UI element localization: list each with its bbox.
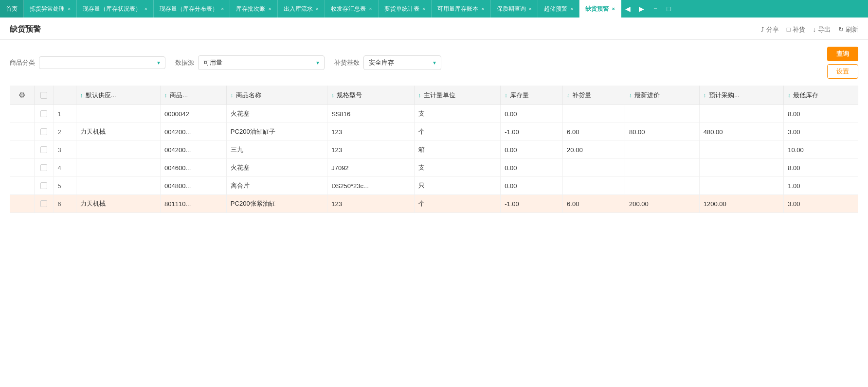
- row-supplier-cell: [76, 105, 160, 123]
- category-select[interactable]: ▾: [39, 56, 165, 69]
- col-replenish[interactable]: ↕ 补货量: [563, 86, 625, 105]
- row-minstock-cell: 1.00: [784, 177, 858, 195]
- row-minstock-cell: 8.00: [784, 159, 858, 177]
- replenish-base-select[interactable]: 安全库存 ▾: [363, 55, 441, 70]
- col-min-stock[interactable]: ↕ 最低库存: [784, 86, 858, 105]
- row-spec-cell: 123: [327, 195, 414, 213]
- sort-purchase-icon: ↕: [704, 92, 706, 98]
- tab-summary[interactable]: 收发存汇总表 ×: [325, 0, 378, 18]
- tab-shortage[interactable]: 缺货预警 ×: [579, 0, 621, 18]
- replenish-base-chevron-icon: ▾: [433, 59, 436, 66]
- tab-maximize-btn[interactable]: □: [662, 0, 676, 18]
- row-purchase-cell: 1200.00: [699, 195, 783, 213]
- tab-prev-btn[interactable]: ◀: [621, 0, 635, 18]
- tab-close-pick-exception[interactable]: ×: [68, 6, 71, 12]
- sort-stock-icon: ↕: [505, 92, 507, 98]
- share-action[interactable]: ⤴ 分享: [761, 25, 779, 34]
- row-code-cell: 004600...: [161, 159, 227, 177]
- header-checkbox[interactable]: [40, 92, 47, 99]
- table-row[interactable]: 3 004200... 三九 123 箱 0.00 20.00 10.00: [10, 141, 858, 159]
- table-header-row: ⚙ ↕ 默认供应... ↕ 商品...: [10, 86, 858, 105]
- row-name-cell: PC200油缸缸子: [226, 123, 327, 141]
- tab-home[interactable]: 首页: [0, 0, 24, 18]
- row-minstock-cell: 3.00: [784, 123, 858, 141]
- filter-area: 商品分类 ▾ 数据源 可用量 ▾ 补货基数 安全库存 ▾ 查询 设置: [0, 40, 868, 86]
- row-price-cell: [625, 177, 700, 195]
- replenish-base-filter-group: 补货基数 安全库存 ▾: [334, 55, 441, 70]
- sort-supplier-icon: ↕: [80, 92, 83, 98]
- tab-stock-dist[interactable]: 现存量（库存分布表） ×: [154, 0, 230, 18]
- replenish-action[interactable]: □ 补货: [787, 25, 805, 34]
- tab-batch[interactable]: 库存批次账 ×: [230, 0, 277, 18]
- row-settings-cell: [10, 141, 34, 159]
- table-row[interactable]: 5 004800... 离合片 DS250*23c... 只 0.00 1.00: [10, 177, 858, 195]
- replenish-base-select-text: 安全库存: [369, 58, 394, 67]
- row-checkbox-0[interactable]: [40, 110, 47, 117]
- tab-close-stock-status[interactable]: ×: [144, 6, 147, 12]
- col-product-code[interactable]: ↕ 商品...: [161, 86, 227, 105]
- col-unit[interactable]: ↕ 主计量单位: [414, 86, 501, 105]
- tab-goods-stat[interactable]: 要货单统计表 ×: [379, 0, 432, 18]
- tab-close-stock-dist[interactable]: ×: [221, 6, 224, 12]
- page-header: 缺货预警 ⤴ 分享 □ 补货 ↓ 导出 ↻ 刷新: [0, 18, 868, 40]
- refresh-icon: ↻: [838, 26, 844, 33]
- page-container: 缺货预警 ⤴ 分享 □ 补货 ↓ 导出 ↻ 刷新 商品分类: [0, 18, 868, 387]
- tab-inout-flow[interactable]: 出入库流水 ×: [278, 0, 325, 18]
- col-settings[interactable]: ⚙: [10, 86, 34, 105]
- row-num-cell: 4: [54, 159, 76, 177]
- tab-available-ledger[interactable]: 可用量库存账本 ×: [432, 0, 490, 18]
- col-spec[interactable]: ↕ 规格型号: [327, 86, 414, 105]
- row-code-cell: 801110...: [161, 195, 227, 213]
- col-stock[interactable]: ↕ 库存量: [501, 86, 563, 105]
- category-chevron-icon: ▾: [157, 59, 160, 66]
- tab-minimize-btn[interactable]: －: [649, 0, 662, 18]
- row-checkbox-cell: [34, 105, 54, 123]
- datasource-select[interactable]: 可用量 ▾: [198, 55, 325, 70]
- row-checkbox-5[interactable]: [40, 200, 47, 207]
- settings-button[interactable]: 设置: [827, 64, 858, 79]
- col-estimated-purchase[interactable]: ↕ 预计采购...: [699, 86, 783, 105]
- tab-close-shortage[interactable]: ×: [612, 6, 615, 12]
- row-checkbox-3[interactable]: [40, 164, 47, 171]
- tab-close-available-ledger[interactable]: ×: [481, 6, 484, 12]
- tab-close-goods-stat[interactable]: ×: [422, 6, 425, 12]
- table-row[interactable]: 6 力天机械 801110... PC200张紧油缸 123 个 -1.00 6…: [10, 195, 858, 213]
- tab-close-inout-flow[interactable]: ×: [316, 6, 319, 12]
- data-table: ⚙ ↕ 默认供应... ↕ 商品...: [10, 86, 858, 213]
- sort-spec-icon: ↕: [331, 92, 334, 98]
- table-row[interactable]: 1 0000042 火花塞 SS816 支 0.00 8.00: [10, 105, 858, 123]
- row-num-cell: 2: [54, 123, 76, 141]
- row-checkbox-cell: [34, 123, 54, 141]
- row-stock-cell: 0.00: [501, 105, 563, 123]
- col-default-supplier[interactable]: ↕ 默认供应...: [76, 86, 160, 105]
- tab-next-btn[interactable]: ▶: [635, 0, 649, 18]
- settings-gear-icon[interactable]: ⚙: [18, 91, 25, 99]
- tab-shelf-life[interactable]: 保质期查询 ×: [491, 0, 538, 18]
- col-latest-price[interactable]: ↕ 最新进价: [625, 86, 700, 105]
- row-stock-cell: 0.00: [501, 177, 563, 195]
- refresh-action[interactable]: ↻ 刷新: [838, 25, 858, 34]
- tab-close-shelf-life[interactable]: ×: [529, 6, 532, 12]
- row-supplier-cell: [76, 177, 160, 195]
- table-row[interactable]: 4 004600... 火花塞 J7092 支 0.00 8.00: [10, 159, 858, 177]
- row-name-cell: 离合片: [226, 177, 327, 195]
- table-row[interactable]: 2 力天机械 004200... PC200油缸缸子 123 个 -1.00 6…: [10, 123, 858, 141]
- row-unit-cell: 只: [414, 177, 501, 195]
- row-checkbox-4[interactable]: [40, 182, 47, 189]
- tab-overstock[interactable]: 超储预警 ×: [538, 0, 579, 18]
- page-title: 缺货预警: [10, 24, 41, 35]
- row-checkbox-cell: [34, 141, 54, 159]
- row-price-cell: 80.00: [625, 123, 700, 141]
- tab-close-batch[interactable]: ×: [268, 6, 271, 12]
- row-checkbox-1[interactable]: [40, 128, 47, 135]
- tab-close-summary[interactable]: ×: [369, 6, 372, 12]
- row-replenish-cell: 6.00: [563, 195, 625, 213]
- row-unit-cell: 箱: [414, 141, 501, 159]
- row-checkbox-2[interactable]: [40, 146, 47, 153]
- col-product-name[interactable]: ↕ 商品名称: [226, 86, 327, 105]
- tab-close-overstock[interactable]: ×: [570, 6, 573, 12]
- tab-stock-status[interactable]: 现存量（库存状况表） ×: [77, 0, 153, 18]
- tab-pick-exception[interactable]: 拣货异常处理 ×: [24, 0, 77, 18]
- query-button[interactable]: 查询: [827, 47, 858, 61]
- export-action[interactable]: ↓ 导出: [813, 25, 831, 34]
